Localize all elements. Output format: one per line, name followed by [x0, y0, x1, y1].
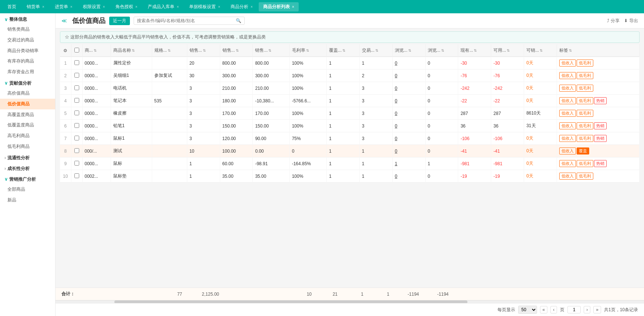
close-icon[interactable]: ×: [177, 5, 179, 9]
th-sales-qty[interactable]: 销售...⇅: [187, 44, 220, 57]
sidebar-item-traded-goods[interactable]: 交易过的商品: [0, 35, 55, 45]
th-checkbox[interactable]: [71, 44, 82, 57]
sidebar-group-overview[interactable]: ∨ 整体信息: [0, 13, 55, 24]
close-icon[interactable]: ×: [42, 5, 44, 9]
row-checkbox[interactable]: [74, 161, 79, 166]
row-checkbox-cell[interactable]: [71, 57, 82, 69]
th-current-stock[interactable]: 现有...⇅: [458, 44, 491, 57]
sidebar-item-new-goods[interactable]: 新品: [0, 195, 55, 205]
prev-page-button[interactable]: ‹: [550, 306, 557, 313]
sidebar-item-stock-value[interactable]: 库存资金占用: [0, 67, 55, 77]
share-button[interactable]: ⤴ 分享: [607, 18, 620, 24]
row-checkbox[interactable]: [74, 98, 79, 103]
nav-sales[interactable]: 销货单 ×: [22, 2, 49, 11]
export-button[interactable]: ⬇ 导出: [624, 18, 638, 24]
nav-production[interactable]: 产成品入库单 ×: [143, 2, 183, 11]
sidebar-item-in-stock[interactable]: 有库存的商品: [0, 56, 55, 67]
row-checkbox-cell[interactable]: [71, 157, 82, 170]
views1[interactable]: 0: [392, 120, 425, 132]
product-code: 0002...: [82, 170, 111, 183]
views1[interactable]: 0: [392, 170, 425, 183]
th-tags[interactable]: 标签⇅: [557, 44, 640, 57]
sidebar-item-sales-goods[interactable]: 销售类商品: [0, 24, 55, 35]
row-checkbox[interactable]: [74, 60, 79, 65]
last-page-button[interactable]: »: [593, 306, 601, 313]
row-checkbox-cell[interactable]: [71, 95, 82, 107]
table-row: 7 0000... 鼠标1 3 120.00 90.00 75% 1 3 0 0…: [60, 132, 640, 145]
views1[interactable]: 0: [392, 145, 425, 157]
row-checkbox-cell[interactable]: [71, 107, 82, 120]
row-checkbox[interactable]: [74, 85, 79, 90]
th-settings[interactable]: ⚙: [60, 44, 71, 57]
sidebar-item-high-margin[interactable]: 高毛利商品: [0, 130, 55, 141]
views1[interactable]: 0: [392, 82, 425, 95]
row-checkbox[interactable]: [74, 148, 79, 153]
select-all-checkbox[interactable]: [74, 48, 79, 52]
row-checkbox-cell[interactable]: [71, 82, 82, 95]
search-icon[interactable]: 🔍: [236, 18, 241, 23]
nav-permissions[interactable]: 权限设置 ×: [78, 2, 110, 11]
per-page-select[interactable]: 50 100 200: [518, 306, 537, 314]
close-icon[interactable]: ×: [292, 5, 294, 9]
page-title: 低价值商品: [72, 16, 105, 25]
sidebar-item-low-coverage[interactable]: 低覆盖度商品: [0, 120, 55, 130]
views1[interactable]: 1: [392, 157, 425, 170]
margin-rate: 100%: [289, 57, 326, 69]
sidebar-item-high-coverage[interactable]: 高覆盖度商品: [0, 109, 55, 120]
next-page-button[interactable]: ›: [584, 306, 590, 313]
row-checkbox-cell[interactable]: [71, 132, 82, 145]
th-transactions[interactable]: 交易...⇅: [359, 44, 392, 57]
sidebar-item-category-sales[interactable]: 商品分类动销率: [0, 45, 55, 56]
nav-roles[interactable]: 角色授权 ×: [111, 2, 142, 11]
page-input[interactable]: [567, 306, 581, 313]
row-checkbox-cell[interactable]: [71, 145, 82, 157]
row-checkbox-cell[interactable]: [71, 120, 82, 132]
th-views1[interactable]: 浏览...⇅: [392, 44, 425, 57]
th-sales-amount[interactable]: 销售...⇅: [253, 44, 289, 57]
sidebar-item-high-value[interactable]: 高价值商品: [0, 88, 55, 99]
search-input[interactable]: [137, 18, 236, 23]
sidebar-item-low-margin[interactable]: 低毛利商品: [0, 141, 55, 152]
sidebar-item-all-goods[interactable]: 全部商品: [0, 184, 55, 195]
sidebar-group-contribution[interactable]: ∨ 贡献值分析: [0, 77, 55, 88]
row-checkbox[interactable]: [74, 123, 79, 128]
row-checkbox-cell[interactable]: [71, 170, 82, 183]
nav-template[interactable]: 单据模板设置 ×: [185, 2, 225, 11]
nav-purchase[interactable]: 进货单 ×: [50, 2, 77, 11]
th-views2[interactable]: 浏览...⇅: [425, 44, 458, 57]
sidebar-item-low-value[interactable]: 低价值商品: [0, 99, 55, 109]
row-checkbox[interactable]: [74, 136, 79, 140]
period-button[interactable]: 近一月: [109, 17, 130, 25]
views1[interactable]: 0: [392, 69, 425, 82]
views1[interactable]: 0: [392, 57, 425, 69]
row-checkbox[interactable]: [74, 173, 79, 178]
th-available-stock[interactable]: 可用...⇅: [491, 44, 524, 57]
nav-goods-analysis-list[interactable]: 商品分析列表 ×: [259, 2, 299, 11]
views1[interactable]: 0: [392, 95, 425, 107]
th-saleable-stock[interactable]: 可销...⇅: [524, 44, 557, 57]
th-sales-price[interactable]: 销售...⇅: [220, 44, 253, 57]
views1[interactable]: 0: [392, 132, 425, 145]
th-coverage[interactable]: 覆盖...⇅: [327, 44, 360, 57]
sidebar-group-circulation[interactable]: › 流通性分析: [0, 152, 55, 163]
row-checkbox-cell[interactable]: [71, 69, 82, 82]
sidebar-group-growth[interactable]: › 成长性分析: [0, 163, 55, 173]
nav-goods-analysis[interactable]: 商品分析 ×: [226, 2, 257, 11]
product-tags: 低收入低毛利: [557, 170, 640, 183]
close-icon[interactable]: ×: [135, 5, 138, 9]
close-icon[interactable]: ×: [70, 5, 73, 9]
close-icon[interactable]: ×: [251, 5, 253, 9]
nav-home[interactable]: 首页: [3, 2, 21, 11]
close-icon[interactable]: ×: [103, 5, 105, 9]
th-spec[interactable]: 规格...⇅: [152, 44, 187, 57]
row-checkbox[interactable]: [74, 111, 79, 115]
views1[interactable]: 0: [392, 107, 425, 120]
th-code[interactable]: 商...⇅: [82, 44, 111, 57]
sidebar-group-marketing[interactable]: ∨ 营销推广分析: [0, 173, 55, 184]
row-checkbox[interactable]: [74, 73, 79, 78]
th-margin-rate[interactable]: 毛利率⇅: [289, 44, 326, 57]
first-page-button[interactable]: «: [540, 306, 548, 313]
collapse-sidebar-button[interactable]: ≪: [61, 18, 67, 24]
close-icon[interactable]: ×: [218, 5, 220, 9]
th-name[interactable]: 商品名称⇅: [111, 44, 152, 57]
